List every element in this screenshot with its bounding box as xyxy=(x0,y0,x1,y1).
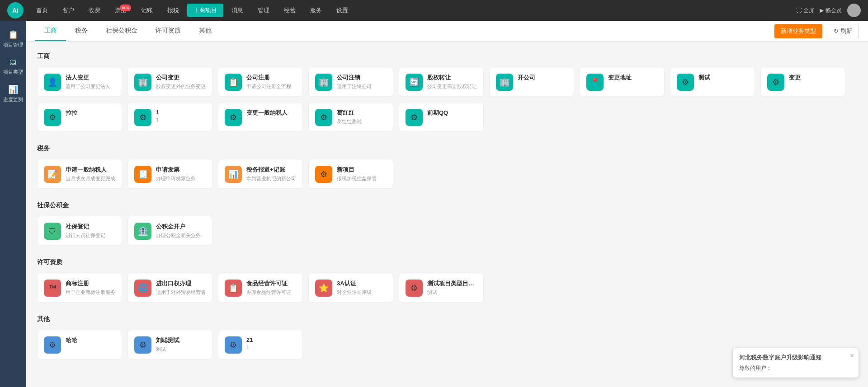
tab-shebao[interactable]: 社保公积金 xyxy=(97,21,146,41)
nav-ticket[interactable]: 票据 new xyxy=(108,4,133,17)
card-name-7: 测试 xyxy=(698,74,748,82)
sidebar-label-progress: 进度监测 xyxy=(3,96,23,103)
card-icon-10: ⚙ xyxy=(134,109,151,126)
cards-xuke: ™ 商标注册 用于企业商标注册服务 🌐 进出口权办理 适用于对外贸易经营者 📋 … xyxy=(37,273,857,303)
tab-xuke[interactable]: 许可资质 xyxy=(146,21,190,41)
card-name-11: 变更一般纳税人 xyxy=(246,109,296,117)
nav-customer[interactable]: 客户 xyxy=(56,4,80,17)
card-gongsibiangeng[interactable]: 🏢 公司变更 股权变更外的业务变更 xyxy=(127,67,212,97)
card-desc-xk-0: 用于企业商标注册服务 xyxy=(66,289,115,296)
nav-bookkeeping[interactable]: 记账 xyxy=(135,4,159,17)
card-gongsizhuce[interactable]: 📋 公司注册 申请公司注册全流程 xyxy=(218,67,303,97)
card-name-sw-1: 申请发票 xyxy=(156,166,206,174)
card-gongsizuxiao[interactable]: 🏢 公司注销 适用于注销公司 xyxy=(308,67,393,97)
card-name-6: 变更地址 xyxy=(608,74,658,82)
card-biangeng-納税人[interactable]: ⚙ 变更一般纳税人 xyxy=(218,102,303,132)
cards-gongshang: 👤 法人变更 适用于公司变更法人 🏢 公司变更 股权变更外的业务变更 📋 公司注… xyxy=(37,67,857,132)
card-icon-6: 📍 xyxy=(586,74,604,91)
sidebar-item-progress[interactable]: 📊 进度监测 xyxy=(0,80,26,107)
card-shuiwu-baodao[interactable]: 📊 税务报道+记账 拿到营业执照的新公司 xyxy=(218,159,303,189)
sidebar-item-project-manage[interactable]: 📋 项目管理 xyxy=(0,25,26,53)
nav-settings[interactable]: 设置 xyxy=(330,4,354,17)
card-biangengdizhi[interactable]: 📍 变更地址 xyxy=(580,67,665,97)
nav-operation[interactable]: 经营 xyxy=(278,4,302,17)
card-name-xk-1: 进出口权办理 xyxy=(156,280,206,288)
section-title-other: 其他 xyxy=(37,315,857,323)
card-3a-renzheng[interactable]: ⭐ 3A认证 对企业信誉评级 xyxy=(308,273,393,303)
card-name-9: 拉拉 xyxy=(66,109,115,117)
card-qianqiqq[interactable]: ⚙ 前期QQ xyxy=(399,102,484,132)
card-name-xk-0: 商标注册 xyxy=(66,280,115,288)
card-shangbiao[interactable]: ™ 商标注册 用于企业商标注册服务 xyxy=(37,273,122,303)
refresh-button[interactable]: ↻ 刷新 xyxy=(827,24,859,38)
card-icon-4: 🔄 xyxy=(406,74,423,91)
card-icon-12: ⚙ xyxy=(315,109,332,126)
card-shenqing-納税人[interactable]: 📝 申请一般纳税人 当月或次月成变更完成 xyxy=(37,159,122,189)
card-desc-sw-2: 拿到营业执照的新公司 xyxy=(246,175,296,182)
card-haha[interactable]: ⚙ 哈哈 xyxy=(37,330,122,359)
card-desc-ot-2: 1 xyxy=(246,345,296,350)
new-business-type-button[interactable]: 新增业务类型 xyxy=(774,24,822,38)
top-nav: Ai 首页 客户 收费 票据 new 记账 报税 工商项目 消息 管理 经营 服… xyxy=(0,0,868,21)
vip-icon: ▶ xyxy=(820,7,824,14)
nav-tax[interactable]: 报税 xyxy=(161,4,185,17)
nav-right: ⛶ 全屏 ▶ 畅会员 xyxy=(796,4,861,17)
card-falvbiangeng[interactable]: 👤 法人变更 适用于公司变更法人 xyxy=(37,67,122,97)
card-biangeng[interactable]: ⚙ 变更 xyxy=(760,67,845,97)
project-manage-icon: 📋 xyxy=(8,30,18,40)
card-desc-0: 适用于公司变更法人 xyxy=(66,83,115,90)
card-name-10: 1 xyxy=(156,109,206,116)
card-lala[interactable]: ⚙ 拉拉 xyxy=(37,102,122,132)
sidebar: 📋 项目管理 🗂 项目类型 📊 进度监测 xyxy=(0,21,26,381)
card-ceshi[interactable]: ⚙ 测试 xyxy=(670,67,755,97)
card-desc-sw-3: 报税加税控盘保管 xyxy=(337,175,387,182)
card-gehonghong[interactable]: ⚙ 葛红红 葛红红测试 xyxy=(308,102,393,132)
nav-business[interactable]: 工商项目 xyxy=(187,4,223,17)
card-icon-8: ⚙ xyxy=(767,74,784,91)
card-ceshi-xiangmu[interactable]: ⚙ 测试项目类型目定义 测试 xyxy=(399,273,484,303)
tab-other[interactable]: 其他 xyxy=(190,21,221,41)
card-gongjijin-kaihu[interactable]: 🏦 公积金开户 办理公积金相关业务 xyxy=(127,216,212,246)
card-icon-sw-0: 📝 xyxy=(44,166,61,183)
project-type-icon: 🗂 xyxy=(9,57,17,67)
vip-btn[interactable]: ▶ 畅会员 xyxy=(820,7,842,14)
nav-home[interactable]: 首页 xyxy=(30,4,54,17)
svg-text:Ai: Ai xyxy=(12,7,19,14)
logo[interactable]: Ai xyxy=(7,2,24,19)
card-name-12: 葛红红 xyxy=(337,109,387,117)
notification-content: 尊敬的用户： xyxy=(739,364,852,372)
card-name-xk-3: 3A认证 xyxy=(337,280,387,288)
card-21[interactable]: ⚙ 21 1 xyxy=(218,330,303,359)
card-icon-11: ⚙ xyxy=(225,109,242,126)
fullscreen-btn[interactable]: ⛶ 全屏 xyxy=(796,7,814,14)
card-shenqing-fapiao[interactable]: 🧾 申请发票 办理申请发票业务 xyxy=(127,159,212,189)
nav-service[interactable]: 服务 xyxy=(304,4,328,17)
nav-manage[interactable]: 管理 xyxy=(251,4,276,17)
card-liucong-ceshi[interactable]: ⚙ 刘聪测试 测试 xyxy=(127,330,212,359)
card-jinchukouquan[interactable]: 🌐 进出口权办理 适用于对外贸易经营者 xyxy=(127,273,212,303)
tabs-actions: 新增业务类型 ↻ 刷新 xyxy=(774,24,859,38)
notification-close-button[interactable]: × xyxy=(850,352,854,360)
avatar[interactable] xyxy=(847,4,861,17)
card-name-sw-3: 新项目 xyxy=(337,166,387,174)
card-xinxiangmu[interactable]: ⚙ 新项目 报税加税控盘保管 xyxy=(308,159,393,189)
tab-gongshang[interactable]: 工商 xyxy=(35,21,66,41)
card-guquanzhuanrang[interactable]: 🔄 股权转让 公司变更需要股权转让 xyxy=(399,67,484,97)
sidebar-label-project-manage: 项目管理 xyxy=(3,42,23,48)
card-one[interactable]: ⚙ 1 1 xyxy=(127,102,212,132)
nav-fee[interactable]: 收费 xyxy=(82,4,107,17)
card-name-0: 法人变更 xyxy=(66,74,115,82)
tab-shuiwu[interactable]: 税务 xyxy=(66,21,97,41)
card-desc-sw-0: 当月或次月成变更完成 xyxy=(66,175,115,182)
card-name-sb-0: 社保登记 xyxy=(66,223,115,231)
card-shebao-dengji[interactable]: 🛡 社保登记 进行人员社保登记 xyxy=(37,216,122,246)
section-title-xuke: 许可资质 xyxy=(37,258,857,266)
section-title-gongshang: 工商 xyxy=(37,52,857,61)
card-kaigongsi[interactable]: 🏢 开公司 xyxy=(489,67,574,97)
card-shipin-xuke[interactable]: 📋 食品经营许可证 办理食品经营许可证 xyxy=(218,273,303,303)
card-desc-10: 1 xyxy=(156,117,206,122)
card-desc-xk-1: 适用于对外贸易经营者 xyxy=(156,289,206,296)
sidebar-item-project-type[interactable]: 🗂 项目类型 xyxy=(0,53,26,80)
fullscreen-icon: ⛶ xyxy=(796,7,802,14)
nav-message[interactable]: 消息 xyxy=(225,4,250,17)
